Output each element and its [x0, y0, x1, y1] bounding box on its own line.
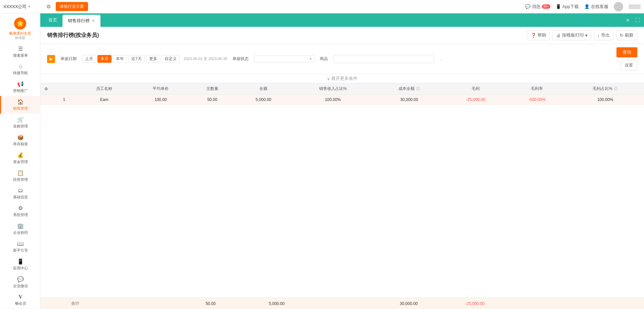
setting-button[interactable]: 设置	[620, 60, 637, 70]
messages-button[interactable]: 💬 消息 99+	[525, 4, 550, 10]
status-label: 单据状态	[232, 56, 249, 62]
col-settings[interactable]: ⚙	[40, 83, 52, 95]
sidebar-logo: 🌟 畅康通好生意 标准版	[0, 13, 40, 43]
sidebar-item-purchase[interactable]: 🛒 采购管理	[0, 114, 40, 132]
sidebar-label-quick: 快捷导航	[13, 70, 28, 75]
sales-icon: 🏠	[17, 99, 24, 105]
custom-date-button[interactable]: 自定义	[162, 55, 180, 63]
sidebar-label-basic: 基础信息	[13, 195, 28, 200]
tab-bar-right: ✕ ⛶	[625, 16, 641, 24]
sidebar-label-wechat: 企业微信	[13, 284, 28, 289]
settings-gear-button[interactable]: ⚙	[44, 2, 53, 11]
sidebar-item-marketing[interactable]: 📢 营销推广	[0, 78, 40, 96]
export-button[interactable]: ↓ 导出	[594, 30, 614, 40]
last7-button[interactable]: 近7天	[128, 55, 145, 63]
col-qty: 主数量	[189, 83, 236, 95]
page-actions: ❓ 帮助 🖨 按模板打印 ▾ ↓ 导出 ↻ 刷新	[527, 30, 638, 40]
sidebar-item-member[interactable]: V 畅会员	[0, 291, 40, 309]
more-date-button[interactable]: 更多	[146, 55, 160, 63]
goods-label: 商品	[320, 56, 328, 62]
cell-profit: -25,000.00	[444, 95, 508, 105]
app-download-button[interactable]: 📱 App下载	[556, 4, 579, 10]
sidebar-item-search-order[interactable]: ☰ 搜索菜单	[0, 43, 40, 61]
print-button[interactable]: 🖨 按模板打印 ▾	[553, 30, 591, 40]
logo-text: 畅康通好生意	[3, 31, 37, 36]
trial-button[interactable]: 体验行业方案	[56, 2, 88, 11]
print-label: 按模板打印	[562, 32, 584, 38]
system-icon: ⚙	[18, 205, 23, 211]
expand-more-button[interactable]: ∨ 展开更多条件	[327, 75, 357, 82]
cost-info-icon[interactable]: ⓘ	[416, 87, 420, 91]
top-header: XXXXX公司 ▾ ⚙ 体验行业方案 💬 消息 99+ 📱 App下载 👤 在线…	[0, 0, 644, 13]
print-icon: 🖨	[556, 33, 561, 38]
purchase-icon: 🛒	[17, 116, 24, 123]
footer-qty: 50.00	[178, 301, 244, 306]
sidebar-item-operations[interactable]: 📋 经营管理	[0, 167, 40, 185]
app-icon: 📱	[556, 4, 561, 9]
header-right: 💬 消息 99+ 📱 App下载 👤 在线客服	[525, 2, 641, 11]
sidebar-item-sales[interactable]: 🏠 销售管理	[0, 96, 40, 114]
query-button[interactable]: 查询	[616, 47, 637, 57]
wechat-icon: 💬	[17, 276, 24, 282]
tab-fullscreen-button[interactable]: ⛶	[634, 16, 641, 24]
guide-icon: 📖	[17, 241, 24, 247]
tab-home[interactable]: 首页	[43, 13, 62, 27]
operations-icon: 📋	[17, 170, 24, 176]
tab-home-label: 首页	[48, 17, 57, 23]
tab-close-all-button[interactable]: ✕	[625, 16, 631, 24]
message-badge: 99+	[542, 4, 550, 9]
finance-icon: 💰	[17, 152, 24, 158]
profit-pct-info-icon[interactable]: ⓘ	[614, 87, 618, 91]
goods-input[interactable]	[333, 55, 434, 63]
status-arrow-icon: ▾	[310, 57, 311, 61]
username-placeholder	[629, 4, 641, 9]
sidebar-item-enterprise[interactable]: 🏢 企业协同	[0, 220, 40, 238]
this-year-button[interactable]: 本年	[113, 55, 127, 63]
sidebar-item-guide[interactable]: 📖 新手引导	[0, 238, 40, 256]
online-service-button[interactable]: 👤 在线客服	[584, 4, 608, 10]
sidebar-item-finance[interactable]: 💰 资金管理	[0, 149, 40, 167]
expand-more-row: ∨ 展开更多条件	[40, 74, 644, 83]
sidebar-item-app-center[interactable]: 📱 应用中心	[0, 256, 40, 273]
table-footer: 合计 50.00 5,000.00 30,000.00 -25,000.00	[40, 298, 644, 309]
more-fields-button[interactable]: …	[439, 57, 443, 61]
home-icon: ⌂	[19, 63, 22, 69]
col-profit-pct: 毛利占比% ⓘ	[566, 83, 644, 95]
col-cost: 成本全额 ⓘ	[375, 83, 444, 95]
footer-cost: 30,000.00	[376, 301, 442, 306]
help-button[interactable]: ❓ 帮助	[527, 30, 550, 40]
app-label: App下载	[562, 4, 579, 10]
cell-name: Eam	[76, 95, 133, 105]
footer-label: 合计	[71, 301, 112, 306]
avatar[interactable]	[614, 2, 623, 11]
sidebar-item-quick-nav[interactable]: ⌂ 快捷导航	[0, 61, 40, 78]
tab-sales-rank[interactable]: 销售排行榜 ✕	[62, 15, 100, 27]
sidebar-label-marketing: 营销推广	[13, 88, 28, 93]
prev-month-button[interactable]: 上月	[82, 55, 96, 63]
filter-row-1: ▶ 单据日期 上月 本月 本年 近7天 更多 自定义 2023-06-01 至 …	[47, 47, 637, 70]
sidebar-item-wechat[interactable]: 💬 企业微信	[0, 273, 40, 291]
sidebar-label-operations: 经营管理	[13, 177, 28, 182]
sidebar-item-basic-info[interactable]: 🗂 基础信息	[0, 185, 40, 202]
status-select[interactable]: ▾	[254, 55, 314, 62]
tab-close-icon[interactable]: ✕	[92, 18, 95, 23]
cell-settings	[40, 95, 52, 105]
sidebar-label-enterprise: 企业协同	[13, 230, 28, 235]
sidebar-item-system[interactable]: ⚙ 系统管理	[0, 202, 40, 220]
inventory-icon: 📦	[17, 134, 24, 141]
date-range-text: 2023-06-01 至 2023-06-30	[184, 56, 227, 61]
refresh-button[interactable]: ↻ 刷新	[616, 30, 637, 40]
table-body: 1Eam100.0050.005,000.00100.00%30,000.00-…	[40, 95, 644, 105]
filter-expand-arrow[interactable]: ▶	[47, 55, 55, 63]
cell-cost: 30,000.00	[375, 95, 444, 105]
app-center-icon: 📱	[17, 258, 24, 265]
table-header-row: ⚙ 员工名称 平均单价 主数量 全额 销售收入占比% 成本全额 ⓘ 毛利 毛利率…	[40, 83, 644, 95]
tab-bar: 首页 销售排行榜 ✕ ✕ ⛶	[40, 13, 644, 27]
page-title: 销售排行榜(按业务员)	[47, 32, 527, 39]
enterprise-icon: 🏢	[17, 223, 24, 229]
sidebar-item-inventory[interactable]: 📦 库存核算	[0, 132, 40, 149]
logo-icon: 🌟	[14, 17, 26, 30]
company-selector[interactable]: XXXXX公司 ▾	[3, 4, 44, 10]
this-month-button[interactable]: 本月	[97, 55, 112, 63]
footer-profit: -25,000.00	[442, 301, 508, 306]
